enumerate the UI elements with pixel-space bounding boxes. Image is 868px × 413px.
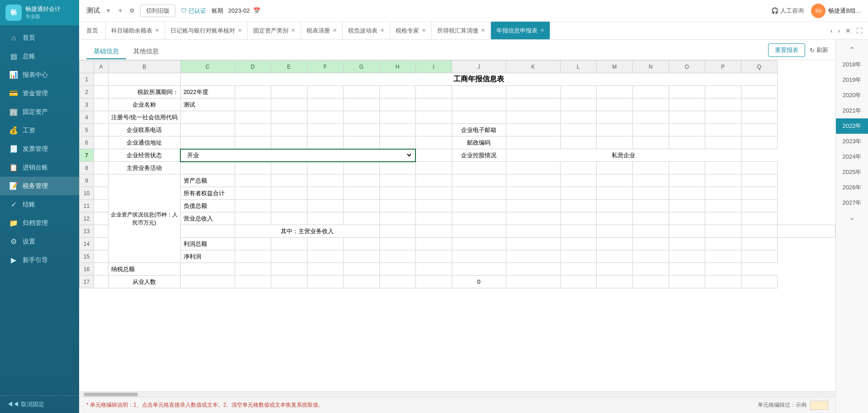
cell-3l[interactable] xyxy=(560,99,596,111)
cell-8i[interactable] xyxy=(415,162,452,174)
col-header-b[interactable]: B xyxy=(108,61,181,73)
cell-4p[interactable] xyxy=(705,111,741,124)
cell-5o[interactable] xyxy=(669,124,705,136)
user-menu[interactable]: Rit 畅捷通B组... xyxy=(811,4,861,18)
cell-14o[interactable] xyxy=(669,238,705,250)
cell-3p[interactable] xyxy=(705,99,741,111)
cell-13m[interactable] xyxy=(632,225,669,238)
year-2018[interactable]: 2018年 xyxy=(836,57,868,72)
cell-4g[interactable] xyxy=(343,111,379,124)
cell-14e[interactable] xyxy=(271,238,307,250)
cell-6f[interactable] xyxy=(307,136,343,149)
cell-9l[interactable] xyxy=(560,174,596,187)
col-header-k[interactable]: K xyxy=(506,61,560,73)
cell-14d[interactable] xyxy=(235,238,271,250)
cell-17b[interactable]: 从业人数 xyxy=(108,276,181,288)
cell-4m[interactable] xyxy=(596,111,632,124)
tab-tax-check[interactable]: 税检专家 ✕ xyxy=(390,22,432,39)
cell-17j[interactable]: 0 xyxy=(452,276,506,288)
cell-12k[interactable] xyxy=(506,212,560,225)
sidebar-item-archive[interactable]: 📁归档管理 xyxy=(0,214,79,232)
cell-6g[interactable] xyxy=(343,136,379,149)
cell-4d[interactable] xyxy=(235,111,271,124)
cell-13c[interactable] xyxy=(180,225,235,238)
cell-9h[interactable] xyxy=(379,174,415,187)
cell-5m[interactable] xyxy=(596,124,632,136)
cell-15o[interactable] xyxy=(669,250,705,263)
tab-annual-report-close[interactable]: ✕ xyxy=(540,28,544,33)
cell-3k[interactable] xyxy=(506,99,560,111)
cell-5c[interactable] xyxy=(180,124,235,136)
cell-2p[interactable] xyxy=(705,86,741,99)
cell-17e[interactable] xyxy=(271,276,307,288)
cell-11k[interactable] xyxy=(506,200,560,212)
cell-16e[interactable] xyxy=(235,263,271,276)
cell-6h[interactable] xyxy=(379,136,415,149)
tab-aux[interactable]: 科目辅助余额表 ✕ xyxy=(106,22,165,39)
tab-tax-check-close[interactable]: ✕ xyxy=(422,28,426,33)
cell-15m[interactable] xyxy=(596,250,632,263)
cell-11a[interactable] xyxy=(94,200,108,212)
cell-8q[interactable] xyxy=(741,162,777,174)
cell-11p[interactable] xyxy=(705,200,741,212)
cell-16l[interactable] xyxy=(506,263,560,276)
sidebar-item-invoice[interactable]: 🧾发票管理 xyxy=(0,140,79,158)
cell-15e[interactable] xyxy=(271,250,307,263)
cell-10q[interactable] xyxy=(741,187,777,200)
cell-17n[interactable] xyxy=(632,276,669,288)
cell-5h[interactable] xyxy=(379,124,415,136)
cell-1b[interactable] xyxy=(108,73,181,86)
cell-17c[interactable] xyxy=(180,276,235,288)
cell-5p[interactable] xyxy=(705,124,741,136)
cell-4l[interactable] xyxy=(560,111,596,124)
year-2024[interactable]: 2024年 xyxy=(836,149,868,164)
cell-12q[interactable] xyxy=(741,212,777,225)
cell-14p[interactable] xyxy=(705,238,741,250)
cell-8l[interactable] xyxy=(560,162,596,174)
cell-12h[interactable] xyxy=(379,212,415,225)
cell-4a[interactable] xyxy=(94,111,108,124)
sub-tab-other[interactable]: 其他信息 xyxy=(126,45,166,59)
cell-6q[interactable] xyxy=(741,136,777,149)
cell-10j[interactable] xyxy=(452,187,506,200)
cell-13j[interactable] xyxy=(506,225,560,238)
sidebar-item-trade[interactable]: 📋进销台账 xyxy=(0,158,79,177)
cell-2o[interactable] xyxy=(669,86,705,99)
tab-home[interactable]: 首页 xyxy=(79,22,106,39)
cell-13i[interactable] xyxy=(452,225,506,238)
cell-4b[interactable]: 注册号/统一社会信用代码 xyxy=(108,111,181,124)
reset-button[interactable]: 重置报表 xyxy=(768,43,805,57)
consult-button[interactable]: 🎧 人工咨询 xyxy=(771,7,804,15)
cell-10l[interactable] xyxy=(560,187,596,200)
cell-15k[interactable] xyxy=(506,250,560,263)
cell-4i[interactable] xyxy=(415,111,452,124)
cell-8a[interactable] xyxy=(94,162,108,174)
cell-6n[interactable] xyxy=(632,136,669,149)
cell-10k[interactable] xyxy=(506,187,560,200)
cell-5q[interactable] xyxy=(741,124,777,136)
cell-14f[interactable] xyxy=(307,238,343,250)
cell-13h[interactable] xyxy=(415,225,452,238)
col-header-c[interactable]: C xyxy=(180,61,235,73)
cell-4e[interactable] xyxy=(271,111,307,124)
cell-12f[interactable] xyxy=(307,212,343,225)
cell-17k[interactable] xyxy=(506,276,560,288)
cell-14q[interactable] xyxy=(741,238,777,250)
cell-5b[interactable]: 企业联系电话 xyxy=(108,124,181,136)
sub-tab-basic[interactable]: 基础信息 xyxy=(86,45,126,59)
cell-5j[interactable]: 企业电子邮箱 xyxy=(452,124,506,136)
cell-4q[interactable] xyxy=(741,111,777,124)
tab-income-tax[interactable]: 所得税汇算清缴 ✕ xyxy=(432,22,491,39)
cell-14l[interactable] xyxy=(560,238,596,250)
cell-8o[interactable] xyxy=(669,162,705,174)
cell-3h[interactable] xyxy=(379,99,415,111)
cell-5e[interactable] xyxy=(271,124,307,136)
cell-1a[interactable] xyxy=(94,73,108,86)
cell-8h[interactable] xyxy=(379,162,415,174)
cell-13-sub[interactable]: 其中：主营业务收入 xyxy=(235,225,379,238)
cell-9g[interactable] xyxy=(343,174,379,187)
cell-15h[interactable] xyxy=(379,250,415,263)
cell-13o[interactable] xyxy=(705,225,741,238)
cell-9d[interactable] xyxy=(235,174,271,187)
col-header-l[interactable]: L xyxy=(560,61,596,73)
